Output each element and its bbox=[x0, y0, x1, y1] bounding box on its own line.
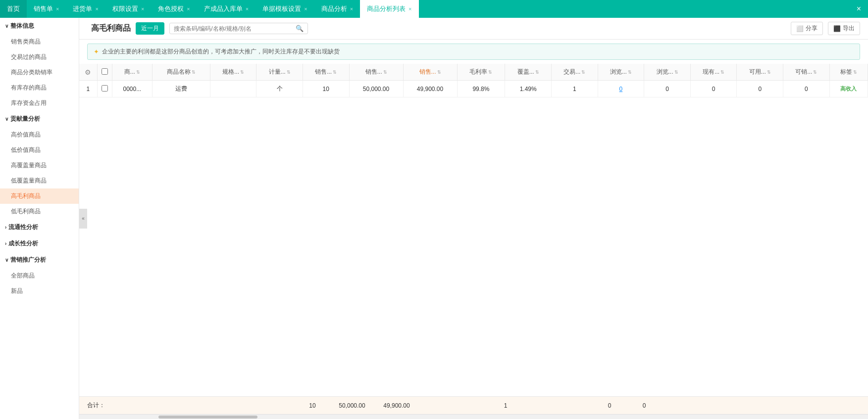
col-trade[interactable]: 交易... ⇅ bbox=[552, 64, 598, 81]
cell-view2: 0 bbox=[644, 81, 691, 97]
cell-current-stock: 0 bbox=[690, 81, 737, 97]
col-unit[interactable]: 计量... ⇅ bbox=[256, 64, 303, 81]
arrow-down-icon: ∨ bbox=[5, 23, 8, 29]
sidebar-item-low-coverage[interactable]: 低覆盖量商品 bbox=[0, 173, 79, 188]
sidebar-item-in-stock[interactable]: 有库存的商品 bbox=[0, 80, 79, 95]
close-template-tab[interactable]: × bbox=[304, 6, 307, 12]
arrow-down-icon2: ∨ bbox=[5, 116, 8, 122]
col-sale-cost[interactable]: 销售... ⇅ bbox=[403, 64, 457, 81]
sidebar-group-liquidity[interactable]: › 流通性分析 bbox=[0, 219, 79, 235]
export-button[interactable]: ⬛ 导出 bbox=[828, 22, 860, 35]
nav-role[interactable]: 角色授权 × bbox=[151, 0, 197, 18]
sort-icon2: ⇅ bbox=[192, 70, 196, 75]
sidebar-group-contribution[interactable]: ∨ 贡献量分析 bbox=[0, 111, 79, 127]
sidebar-group-marketing[interactable]: ∨ 营销推广分析 bbox=[0, 252, 79, 268]
cell-sale-amount: 50,000.00 bbox=[349, 81, 403, 97]
sort-icon4: ⇅ bbox=[287, 70, 291, 75]
share-button[interactable]: ⬜ 分享 bbox=[791, 22, 823, 35]
col-sale-amount[interactable]: 销售... ⇅ bbox=[349, 64, 403, 81]
cell-view1[interactable]: 0 bbox=[598, 81, 644, 97]
col-view2[interactable]: 浏览... ⇅ bbox=[644, 64, 691, 81]
footer-sale-qty: 10 bbox=[295, 402, 330, 409]
close-product-analysis-tab[interactable]: × bbox=[350, 6, 353, 12]
close-product-analysis-list-tab[interactable]: × bbox=[408, 6, 411, 12]
col-spec[interactable]: 规格... ⇅ bbox=[210, 64, 256, 81]
search-icon[interactable]: 🔍 bbox=[296, 25, 304, 32]
close-role-tab[interactable]: × bbox=[187, 6, 190, 12]
table-row: 1 0000... 运费 个 10 50,000.00 49,900.00 99… bbox=[79, 81, 868, 97]
close-sales-tab[interactable]: × bbox=[56, 6, 59, 12]
footer-label: 合计： bbox=[87, 401, 105, 410]
sidebar-item-sales-goods[interactable]: 销售类商品 bbox=[0, 34, 79, 49]
content-header: 高毛利商品 近一月 🔍 ⬜ 分享 ⬛ 导出 bbox=[79, 18, 868, 40]
sidebar-collapse-button[interactable]: « bbox=[79, 209, 87, 229]
sort-icon13: ⇅ bbox=[720, 70, 724, 75]
sidebar-item-high-value[interactable]: 高价值商品 bbox=[0, 127, 79, 142]
nav-sales[interactable]: 销售单 × bbox=[27, 0, 66, 18]
cell-trade: 1 bbox=[552, 81, 598, 97]
sidebar-group-overall[interactable]: ∨ 整体信息 bbox=[0, 18, 79, 34]
search-box: 🔍 bbox=[169, 23, 308, 34]
col-current-stock[interactable]: 现有... ⇅ bbox=[690, 64, 737, 81]
cell-checkbox[interactable] bbox=[97, 81, 112, 97]
cell-name: 运费 bbox=[153, 81, 210, 97]
nav-product-analysis-list[interactable]: 商品分析列表 × bbox=[360, 0, 418, 18]
nav-product-analysis[interactable]: 商品分析 × bbox=[314, 0, 360, 18]
col-view1[interactable]: 浏览... ⇅ bbox=[598, 64, 644, 81]
sidebar-item-stock-capital[interactable]: 库存资金占用 bbox=[0, 95, 79, 111]
sort-icon8: ⇅ bbox=[488, 70, 492, 75]
nav-template[interactable]: 单据模板设置 × bbox=[255, 0, 314, 18]
nav-home[interactable]: 首页 bbox=[0, 0, 27, 18]
sidebar-item-low-margin[interactable]: 低毛利商品 bbox=[0, 204, 79, 219]
col-checkbox[interactable] bbox=[97, 64, 112, 81]
arrow-right-icon2: › bbox=[5, 241, 6, 246]
sidebar-item-new-goods[interactable]: 新品 bbox=[0, 283, 79, 299]
col-tag[interactable]: 标签 ⇅ bbox=[829, 64, 868, 81]
col-coverage[interactable]: 覆盖... ⇅ bbox=[505, 64, 552, 81]
row-checkbox[interactable] bbox=[102, 85, 108, 92]
data-table: ⚙ 商... ⇅ 商品名称 bbox=[79, 64, 868, 97]
col-gear[interactable]: ⚙ bbox=[79, 64, 97, 81]
info-banner: ✦ 企业的主要的利润都是这部分商品创造的，可考虑加大推广，同时关注库存是不要出现… bbox=[87, 44, 860, 60]
sort-icon12: ⇅ bbox=[674, 70, 678, 75]
close-purchase-tab[interactable]: × bbox=[95, 6, 98, 12]
nav-permission[interactable]: 权限设置 × bbox=[105, 0, 151, 18]
col-gross-margin[interactable]: 毛利率 ⇅ bbox=[457, 64, 505, 81]
sort-icon5: ⇅ bbox=[333, 70, 337, 75]
arrow-down-icon3: ∨ bbox=[5, 257, 8, 263]
sidebar-item-low-value[interactable]: 低价值商品 bbox=[0, 142, 79, 158]
cell-index: 1 bbox=[79, 81, 97, 97]
col-salable-stock[interactable]: 可销... ⇅ bbox=[783, 64, 830, 81]
cell-tag: 高收入 bbox=[829, 81, 868, 97]
horizontal-scrollbar[interactable] bbox=[79, 414, 868, 419]
nav-purchase[interactable]: 进货单 × bbox=[66, 0, 105, 18]
sidebar-item-category-rate[interactable]: 商品分类助销率 bbox=[0, 65, 79, 80]
share-icon: ⬜ bbox=[796, 25, 804, 32]
footer-trade: 1 bbox=[488, 402, 523, 409]
nav-product-instock[interactable]: 产成品入库单 × bbox=[197, 0, 255, 18]
cell-coverage: 1.49% bbox=[505, 81, 552, 97]
top-nav: 首页 销售单 × 进货单 × 权限设置 × 角色授权 × 产成品入库单 × 单据… bbox=[0, 0, 868, 18]
filter-recent-month-button[interactable]: 近一月 bbox=[136, 22, 164, 35]
sidebar-group-growth[interactable]: › 成长性分析 bbox=[0, 235, 79, 252]
col-name[interactable]: 商品名称 ⇅ bbox=[153, 64, 210, 81]
select-all-checkbox[interactable] bbox=[102, 68, 108, 75]
search-input[interactable] bbox=[174, 25, 296, 32]
sidebar-item-high-margin[interactable]: 高毛利商品 bbox=[0, 188, 79, 204]
scrollbar-thumb[interactable] bbox=[158, 416, 257, 419]
cell-usable-stock: 0 bbox=[737, 81, 783, 97]
sort-icon: ⇅ bbox=[136, 70, 140, 75]
close-permission-tab[interactable]: × bbox=[141, 6, 144, 12]
close-product-instock-tab[interactable]: × bbox=[246, 6, 249, 12]
sidebar-item-all-goods[interactable]: 全部商品 bbox=[0, 268, 79, 283]
col-code[interactable]: 商... ⇅ bbox=[112, 64, 153, 81]
sort-icon10: ⇅ bbox=[581, 70, 585, 75]
gear-icon[interactable]: ⚙ bbox=[85, 68, 91, 76]
col-usable-stock[interactable]: 可用... ⇅ bbox=[737, 64, 783, 81]
footer-sale-cost: 49,900.00 bbox=[374, 402, 419, 409]
sidebar-item-high-coverage[interactable]: 高覆盖量商品 bbox=[0, 158, 79, 173]
window-close-button[interactable]: × bbox=[850, 0, 868, 18]
col-sale-qty[interactable]: 销售... ⇅ bbox=[303, 64, 349, 81]
sidebar-item-traded-goods[interactable]: 交易过的商品 bbox=[0, 49, 79, 65]
table-wrapper[interactable]: ⚙ 商... ⇅ 商品名称 bbox=[79, 64, 868, 396]
